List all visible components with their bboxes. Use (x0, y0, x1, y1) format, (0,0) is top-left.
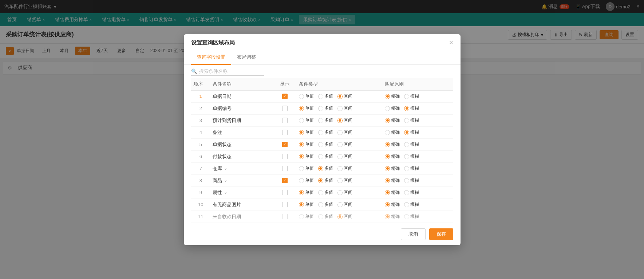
dialog-header: 设置查询区域布局 × (184, 34, 461, 50)
search-input[interactable] (199, 68, 264, 74)
tab-layout[interactable]: 布局调整 (231, 50, 262, 65)
search-wrapper: 🔍 (191, 68, 264, 76)
dialog-title: 设置查询区域布局 (191, 39, 235, 46)
dialog: 设置查询区域布局 × 查询字段设置 布局调整 🔍 顺序 条件名称 显示 (184, 34, 461, 78)
dialog-close-btn[interactable]: × (449, 39, 453, 46)
dialog-tabs: 查询字段设置 布局调整 (184, 50, 461, 65)
dialog-search: 🔍 (184, 65, 461, 78)
search-icon: 🔍 (191, 68, 197, 74)
modal-overlay: 设置查询区域布局 × 查询字段设置 布局调整 🔍 顺序 条件名称 显示 (0, 0, 644, 78)
tab-query-fields[interactable]: 查询字段设置 (191, 50, 231, 65)
